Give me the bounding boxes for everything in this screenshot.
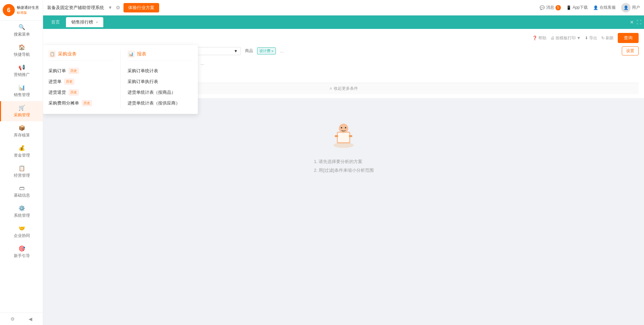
operations-icon: 📋	[19, 165, 25, 171]
purchase-col-title: 📋 采购业务	[48, 50, 114, 61]
export-button[interactable]: ⬇ 导出	[585, 35, 597, 41]
sidebar-item-quicknav[interactable]: 🏠快捷导航	[0, 41, 43, 61]
sidebar-nav: 🔍搜索菜单🏠快捷导航📢营销推广📊销售管理🛒采购管理📦库存核算💰资金管理📋经营管理…	[0, 21, 43, 313]
print-button[interactable]: 🖨 按模板打印 ▼	[550, 35, 581, 41]
inbound-goods-label: 进货单统计表（按商品）	[128, 89, 176, 95]
sidebar: 6 畅捷通好生意 标准版 🔍搜索菜单🏠快捷导航📢营销推广📊销售管理🛒采购管理📦库…	[0, 0, 43, 325]
sidebar-item-label-search: 搜索菜单	[14, 32, 30, 37]
user-avatar: 👤	[621, 3, 631, 12]
goods-tag-close-icon[interactable]: ×	[272, 49, 274, 53]
filter-toolbar-row: ❓ 帮助 🖨 按模板打印 ▼ ⬇ 导出 ↻	[48, 33, 639, 43]
refresh-button[interactable]: ↻ 刷新	[601, 35, 614, 41]
dropdown-col-divider	[120, 50, 121, 109]
settings-footer-button[interactable]: ⚙	[10, 316, 15, 322]
print-dropdown-icon[interactable]: ▼	[577, 36, 581, 40]
topbar-online-service[interactable]: 👤 在线客服	[593, 5, 616, 10]
tab-resize-icon[interactable]: ⛶	[637, 19, 641, 25]
topbar-user[interactable]: 👤 用户	[621, 3, 640, 12]
empty-illustration	[327, 118, 360, 152]
quicknav-icon: 🏠	[19, 44, 25, 50]
dropdown-item-expense[interactable]: 采购费用分摊单 历史	[48, 98, 114, 109]
dropdown-item-order-exec[interactable]: 采购订单执行表	[128, 76, 193, 87]
sidebar-item-label-operations: 经营管理	[14, 173, 30, 178]
sidebar-item-label-basic: 基础信息	[14, 193, 30, 198]
collapse-icon: ∧	[329, 86, 332, 91]
phone-icon: 📱	[566, 5, 571, 10]
tab-close-icon[interactable]: ×	[96, 20, 98, 24]
sidebar-item-marketing[interactable]: 📢营销推广	[0, 61, 43, 81]
collapse-label: 收起更多条件	[334, 86, 358, 91]
dropdown-item-inbound-by-goods[interactable]: 进货单统计表（按商品）	[128, 87, 193, 98]
topbar-gear-icon[interactable]: ⚙	[116, 5, 120, 11]
tab-home[interactable]: 首页	[46, 17, 65, 27]
sidebar-item-inventory[interactable]: 📦库存核算	[0, 121, 43, 141]
topbar-message[interactable]: 💬 消息 5	[540, 5, 561, 10]
sidebar-item-system[interactable]: ⚙️系统管理	[0, 202, 43, 222]
sidebar-item-finance[interactable]: 💰资金管理	[0, 141, 43, 162]
purchase-dropdown-menu: 📋 采购业务 采购订单 历史 进货单 历史 进货退货 历史	[43, 45, 198, 114]
empty-tip-1: 请先选择要分析的方案	[319, 157, 373, 166]
svg-point-4	[341, 127, 342, 128]
dropdown-item-return[interactable]: 进货退货 历史	[48, 87, 114, 98]
sidebar-item-newbie[interactable]: 🎯新手引导	[0, 242, 43, 262]
goods-tag-value: 设计费	[259, 48, 271, 53]
sidebar-item-enterprise[interactable]: 🤝企业协同	[0, 222, 43, 242]
topbar-app-download[interactable]: 📱 App下载	[566, 5, 588, 10]
user-label: 用户	[632, 5, 640, 10]
setting-button[interactable]: 设置	[622, 46, 639, 55]
svg-rect-7	[349, 135, 352, 137]
dropdown-item-order-stat[interactable]: 采购订单统计表	[128, 66, 193, 76]
tab-sales-ranking[interactable]: 销售排行榜 ×	[66, 17, 103, 27]
sidebar-item-label-newbie: 新手引导	[14, 253, 30, 259]
inbound-supplier-label: 进货单统计表（按供应商）	[128, 100, 180, 106]
goods-label: 商品	[245, 48, 253, 54]
purchase-order-hist-badge[interactable]: 历史	[69, 68, 79, 74]
dropdown-item-inbound-by-supplier[interactable]: 进货单统计表（按供应商）	[128, 98, 193, 109]
sidebar-item-sales[interactable]: 📊销售管理	[0, 81, 43, 101]
refresh-label: 刷新	[606, 35, 614, 41]
purchase-business-col: 📋 采购业务 采购订单 历史 进货单 历史 进货退货 历史	[43, 50, 119, 109]
return-hist-badge[interactable]: 历史	[69, 89, 79, 95]
tab-sales-ranking-label: 销售排行榜	[71, 19, 93, 25]
sales-icon: 📊	[19, 84, 25, 91]
goods-more-dots[interactable]: ...	[280, 48, 284, 53]
dropdown-item-inbound[interactable]: 进货单 历史	[48, 76, 114, 87]
inbound-hist-badge[interactable]: 历史	[64, 79, 74, 85]
search-icon: 🔍	[19, 24, 25, 30]
order-exec-label: 采购订单执行表	[128, 79, 158, 85]
industry-button[interactable]: 体验行业方案	[123, 3, 159, 12]
sidebar-item-label-enterprise: 企业协同	[14, 233, 30, 239]
help-label: 帮助	[538, 35, 546, 41]
svg-point-3	[339, 124, 348, 133]
inbound-label: 进货单	[48, 79, 62, 85]
topbar: 装备及固定资产辅助管理系统 ▼ ⚙ 体验行业方案 💬 消息 5 📱 App下载 …	[43, 0, 644, 15]
message-label: 消息	[546, 5, 554, 10]
export-label: 导出	[589, 35, 597, 41]
goods-tag: 设计费 ×	[257, 47, 276, 54]
tab-home-label: 首页	[51, 19, 60, 25]
sidebar-item-search[interactable]: 🔍搜索菜单	[0, 21, 43, 41]
help-button[interactable]: ❓ 帮助	[532, 35, 546, 41]
svg-rect-6	[335, 135, 338, 137]
sidebar-footer: ⚙ ◀	[0, 313, 43, 325]
query-button[interactable]: 查询	[618, 33, 639, 43]
system-icon: ⚙️	[19, 205, 25, 211]
report-col-title: 📊 报表	[128, 50, 193, 61]
svg-rect-2	[338, 133, 349, 142]
sidebar-item-operations[interactable]: 📋经营管理	[0, 162, 43, 182]
sidebar-item-purchase[interactable]: 🛒采购管理	[0, 101, 43, 121]
expense-hist-badge[interactable]: 历史	[82, 100, 92, 106]
print-label: 按模板打印	[556, 35, 576, 41]
dropdown-item-purchase-order[interactable]: 采购订单 历史	[48, 66, 114, 76]
sidebar-item-label-sales: 销售管理	[14, 92, 30, 98]
tabbar: 首页 销售排行榜 × ✕ ⛶	[43, 15, 644, 29]
purchase-icon: 🛒	[19, 105, 25, 111]
collapse-footer-button[interactable]: ◀	[29, 316, 32, 322]
tab-fullscreen-icon[interactable]: ✕	[630, 19, 634, 25]
topbar-dropdown-icon[interactable]: ▼	[108, 5, 112, 10]
sidebar-item-basic[interactable]: 🗃基础信息	[0, 182, 43, 202]
sidebar-item-label-quicknav: 快捷导航	[14, 52, 30, 57]
salesperson-more-dots[interactable]: ...	[201, 61, 204, 66]
topbar-app-title: 装备及固定资产辅助管理系统	[47, 5, 104, 11]
export-icon: ⬇	[585, 36, 588, 40]
